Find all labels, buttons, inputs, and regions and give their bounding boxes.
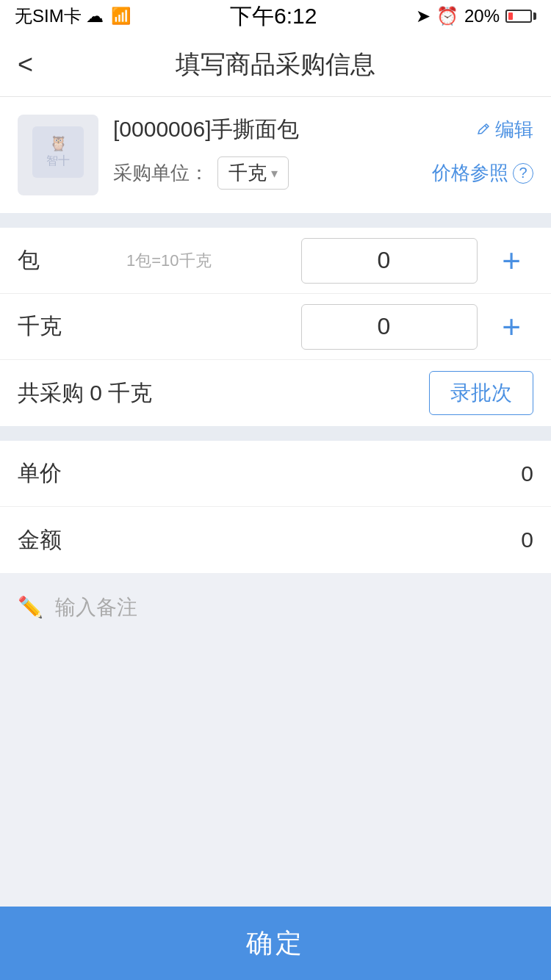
remark-placeholder: 输入备注 <box>55 594 137 621</box>
total-label: 共采购 0 千克 <box>18 378 152 408</box>
total-row: 共采购 0 千克 录批次 <box>0 360 551 426</box>
amount-label: 金额 <box>18 525 62 555</box>
kg-input-wrap: + <box>120 304 533 350</box>
status-time: 下午6:12 <box>230 1 317 32</box>
nav-bar: < 填写商品采购信息 <box>0 32 551 97</box>
price-ref-label: 价格参照 <box>432 160 508 186</box>
svg-text:🦉: 🦉 <box>49 134 68 152</box>
content-spacer <box>0 705 551 911</box>
kg-label: 千克 <box>18 311 120 342</box>
product-info: [0000006]手撕面包 编辑 采购单位： 千克 ▾ 价格参照 ? <box>113 115 533 190</box>
edit-label: 编辑 <box>495 117 533 143</box>
product-thumbnail: 🦉 智十 <box>18 115 98 195</box>
unit-price-row: 单价 0 <box>0 441 551 507</box>
unit-label: 采购单位： <box>113 160 209 186</box>
price-section: 单价 0 金额 0 <box>0 441 551 573</box>
svg-text:智十: 智十 <box>46 154 70 167</box>
divider-2 <box>0 426 551 441</box>
unit-price-value: 0 <box>521 461 533 486</box>
battery-percent: 20% <box>464 6 500 26</box>
status-bar: 无SIM卡 ☁ 📶 下午6:12 ➤ ⏰ 20% <box>0 0 551 32</box>
unit-value: 千克 <box>228 160 267 186</box>
edit-button[interactable]: 编辑 <box>476 117 533 143</box>
wifi-icon: 📶 <box>111 7 131 26</box>
price-ref-button[interactable]: 价格参照 ? <box>432 160 533 186</box>
pencil-icon: ✏️ <box>18 595 43 619</box>
bag-sublabel: 1包=10千克 <box>126 250 212 272</box>
form-section: 包 1包=10千克 + 千克 + <box>0 228 551 360</box>
unit-select[interactable]: 千克 ▾ <box>217 156 289 190</box>
confirm-button[interactable]: 确定 <box>0 907 551 980</box>
status-left: 无SIM卡 ☁ 📶 <box>15 4 131 28</box>
bag-input[interactable] <box>301 238 478 284</box>
product-thumb-logo: 🦉 智十 <box>32 126 84 184</box>
product-name-row: [0000006]手撕面包 编辑 <box>113 115 533 145</box>
help-icon: ? <box>513 163 533 184</box>
bag-row: 包 1包=10千克 + <box>0 228 551 294</box>
amount-row: 金额 0 <box>0 507 551 573</box>
divider-1 <box>0 213 551 228</box>
product-name: [0000006]手撕面包 <box>113 115 299 145</box>
bag-plus-button[interactable]: + <box>489 239 533 283</box>
bag-label: 包 <box>18 245 120 275</box>
back-button[interactable]: < <box>18 49 33 80</box>
kg-input[interactable] <box>301 304 478 350</box>
kg-row: 千克 + <box>0 294 551 360</box>
chevron-down-icon: ▾ <box>271 165 278 181</box>
unit-price-label: 单价 <box>18 458 62 489</box>
product-card: 🦉 智十 [0000006]手撕面包 编辑 采购单位： 千克 ▾ <box>0 97 551 213</box>
record-batch-button[interactable]: 录批次 <box>429 371 533 415</box>
svg-rect-0 <box>32 126 84 178</box>
unit-row: 采购单位： 千克 ▾ 价格参照 ? <box>113 156 533 190</box>
sim-label: 无SIM卡 ☁ <box>15 4 104 28</box>
kg-plus-button[interactable]: + <box>489 305 533 349</box>
page-title: 填写商品采购信息 <box>176 48 375 82</box>
amount-value: 0 <box>521 527 533 552</box>
alarm-icon: ⏰ <box>436 6 458 26</box>
status-right: ➤ ⏰ 20% <box>416 6 536 26</box>
bag-input-wrap: + <box>212 238 533 284</box>
location-icon: ➤ <box>416 6 431 26</box>
remark-section[interactable]: ✏️ 输入备注 <box>0 573 551 705</box>
battery-icon <box>505 10 536 23</box>
